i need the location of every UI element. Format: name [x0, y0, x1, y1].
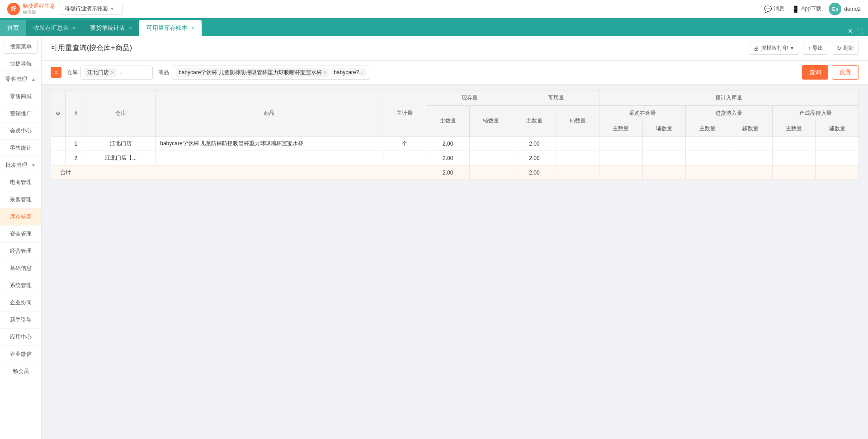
- th-available: 可用量: [513, 90, 599, 106]
- sidebar-item-app-center[interactable]: 应用中心: [0, 329, 41, 346]
- table-row: 1 江北门店 babycare学饮杯 儿童防摔防撞吸管杯重力球吸嘴杯宝宝水杯 个…: [51, 137, 859, 151]
- row-current-aux: [470, 137, 513, 151]
- row-inbound-main: [686, 137, 729, 151]
- product-tag-value: babycare学饮杯 儿童防摔防撞吸管杯重力球吸嘴杯宝宝水杯: [179, 69, 322, 76]
- top-bar-right: 💬 消息 📱 App下载 Ea demo2: [764, 3, 861, 15]
- th-product: 商品: [156, 90, 383, 137]
- th-product-pending: 产成品待入量: [772, 106, 859, 121]
- sidebar-item-system[interactable]: 系统管理: [0, 277, 41, 294]
- product-filter-input[interactable]: babycare学饮杯 儿童防摔防撞吸管杯重力球吸嘴杯宝宝水杯 × babyca…: [172, 66, 370, 80]
- refresh-btn[interactable]: ↻ 刷新: [832, 42, 859, 55]
- tab-available-stock[interactable]: 可用量库存账本 ×: [139, 20, 202, 36]
- table-row: 2 江北门店【... 2.00 2.00: [51, 151, 859, 165]
- th-purchase-aux: 辅数量: [642, 121, 686, 137]
- sidebar-item-basic-info[interactable]: 基础信息: [0, 260, 41, 277]
- sidebar-item-vip[interactable]: 畅会员: [0, 363, 41, 380]
- window-close-btn[interactable]: ×: [848, 27, 853, 36]
- product-tag-close[interactable]: ×: [324, 70, 326, 75]
- query-btn[interactable]: 查询: [802, 65, 828, 80]
- message-btn[interactable]: 💬 消息: [764, 5, 784, 13]
- warehouse-filter-tag: 江北门店 ×: [85, 68, 116, 77]
- chevron-icon-2: ▼: [31, 163, 36, 168]
- th-purchase-main: 主数量: [599, 121, 642, 137]
- sidebar-system-label: 系统管理: [10, 282, 32, 289]
- sidebar-item-wechat[interactable]: 企业微信: [0, 346, 41, 363]
- top-bar-left: 好 畅捷通好生意 标准版 母婴行业演示账套 ▼: [7, 3, 123, 15]
- tab-order-stats[interactable]: 要货单统计表 ×: [83, 20, 139, 36]
- sidebar-item-collab[interactable]: 企业协同: [0, 294, 41, 312]
- window-fullscreen-btn[interactable]: ⛶: [856, 28, 863, 35]
- sidebar-item-retail-store[interactable]: 零售商城: [0, 88, 41, 105]
- sidebar-finance-label: 资金管理: [10, 230, 32, 238]
- sidebar-item-inventory[interactable]: 库存核算: [0, 208, 41, 226]
- table-area: ⚙ # 仓库 商品 主计量 现存量 可用量 预计入库量 主数量 辅数量: [42, 85, 868, 439]
- sidebar-inventory-label: 库存核算: [10, 213, 32, 221]
- sidebar-wholesale-label: 批发管理: [5, 161, 27, 169]
- total-purchase-aux: [642, 165, 686, 180]
- sidebar-item-finance[interactable]: 资金管理: [0, 226, 41, 243]
- th-inbound-aux: 辅数量: [729, 121, 772, 137]
- sidebar-newbie-label: 新手引导: [10, 316, 32, 324]
- sidebar-item-marketing[interactable]: 营销推广: [0, 105, 41, 123]
- row-purchase-aux: [642, 137, 686, 151]
- tab-home[interactable]: 首页: [0, 20, 26, 36]
- sidebar-item-retail-stats[interactable]: 零售统计: [0, 140, 41, 157]
- filter-bar: » 仓库 江北门店 × ... 商品 babycare学饮杯 儿童防摔防撞吸管杯…: [42, 61, 868, 85]
- avatar: Ea: [829, 3, 841, 15]
- tab-available-close[interactable]: ×: [191, 25, 194, 31]
- sidebar-item-member[interactable]: 会员中心: [0, 123, 41, 140]
- print-icon: 🖨: [754, 45, 759, 52]
- filter-expand-btn[interactable]: »: [51, 67, 61, 78]
- sidebar-item-ecommerce[interactable]: 电商管理: [0, 174, 41, 191]
- row-inbound-aux: [729, 151, 772, 165]
- row-purchase-main: [599, 137, 642, 151]
- product-filter-group: 商品 babycare学饮杯 儿童防摔防撞吸管杯重力球吸嘴杯宝宝水杯 × bab…: [158, 66, 370, 80]
- th-product-main: 主数量: [772, 121, 816, 137]
- sidebar-item-newbie[interactable]: 新手引导: [0, 312, 41, 329]
- row-settings: [51, 151, 66, 165]
- page-actions: 🖨 按模板打印 ▼ ↑ 导出 ↻ 刷新: [749, 42, 859, 55]
- export-icon: ↑: [808, 45, 811, 52]
- refresh-icon: ↻: [837, 45, 841, 52]
- sidebar-item-wholesale[interactable]: 批发管理 ▼: [0, 157, 41, 174]
- th-index: #: [66, 90, 86, 137]
- total-inbound-main: [686, 165, 729, 180]
- total-inbound-aux: [729, 165, 772, 180]
- row-settings: [51, 137, 66, 151]
- page-title: 可用量查询(按仓库+商品): [51, 43, 132, 53]
- tab-receipt-summary[interactable]: 收发存汇总表 ×: [26, 20, 83, 36]
- row-current-main: 2.00: [426, 151, 470, 165]
- quick-nav-btn[interactable]: 快捷导航: [0, 57, 41, 71]
- tab-order-label: 要货单统计表: [90, 24, 125, 32]
- th-current-aux: 辅数量: [470, 106, 513, 137]
- warehouse-tag-close[interactable]: ×: [111, 70, 113, 75]
- setting-btn[interactable]: 设置: [832, 65, 859, 80]
- tab-order-close[interactable]: ×: [129, 25, 132, 31]
- search-menu-btn[interactable]: 搜索菜单: [4, 40, 38, 54]
- sidebar-item-business[interactable]: 经营管理: [0, 243, 41, 260]
- row-inbound-aux: [729, 137, 772, 151]
- username: demo2: [844, 6, 861, 12]
- total-current-main: 2.00: [426, 165, 470, 180]
- export-btn[interactable]: ↑ 导出: [803, 42, 828, 55]
- sidebar-item-retail-mgmt[interactable]: 零售管理 ▲: [0, 71, 41, 88]
- filter-actions: 查询 设置: [802, 65, 859, 80]
- product-filter-label: 商品: [158, 69, 169, 76]
- th-warehouse: 仓库: [86, 90, 156, 137]
- row-current-aux: [470, 151, 513, 165]
- table-scroll[interactable]: ⚙ # 仓库 商品 主计量 现存量 可用量 预计入库量 主数量 辅数量: [51, 90, 859, 434]
- filter-dots-warehouse: ...: [118, 69, 123, 76]
- sidebar-wechat-label: 企业微信: [10, 350, 32, 358]
- row-product: [156, 151, 383, 165]
- user-area[interactable]: Ea demo2: [829, 3, 861, 15]
- tab-receipt-close[interactable]: ×: [72, 25, 75, 31]
- industry-selector[interactable]: 母婴行业演示账套 ▼: [60, 3, 123, 15]
- top-bar: 好 畅捷通好生意 标准版 母婴行业演示账套 ▼ 💬 消息 📱 App下载 Ea …: [0, 0, 868, 18]
- print-btn[interactable]: 🖨 按模板打印 ▼: [749, 42, 799, 55]
- sidebar-item-purchase[interactable]: 采购管理: [0, 191, 41, 208]
- sidebar-member-label: 会员中心: [10, 127, 32, 135]
- total-avail-main: 2.00: [513, 165, 556, 180]
- sidebar-marketing-label: 营销推广: [10, 110, 32, 118]
- app-download-btn[interactable]: 📱 App下载: [792, 5, 821, 13]
- warehouse-filter-input[interactable]: 江北门店 × ...: [80, 66, 153, 80]
